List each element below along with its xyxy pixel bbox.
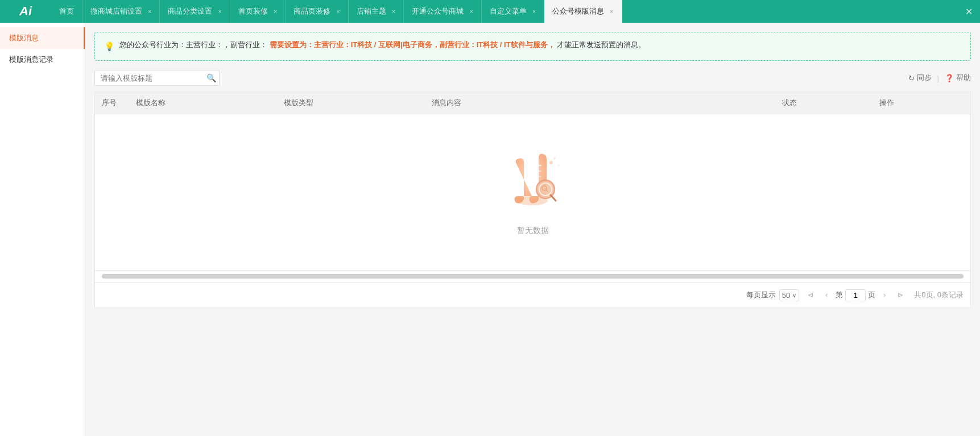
col-seq: 序号 (95, 92, 129, 114)
notice-banner: 💡 您的公众号行业为：主营行业：，副营行业： 需要设置为：主营行业：IT科技 /… (94, 32, 971, 61)
nav-tabs-container: 首页微商城店铺设置 ×商品分类设置 ×首页装修 ×商品页装修 ×店铺主题 ×开通… (51, 0, 957, 23)
sync-label: 同步 (917, 73, 932, 83)
search-input[interactable] (95, 71, 202, 85)
empty-text: 暂无数据 (517, 226, 549, 236)
dropdown-icon: ∨ (792, 292, 796, 298)
sync-button[interactable]: ↻ 同步 (908, 73, 932, 83)
col-action: 操作 (873, 92, 971, 114)
help-icon: ❓ (945, 74, 954, 82)
scrollbar-thumb[interactable] (102, 274, 964, 279)
table-body: 暂无数据 (95, 114, 971, 271)
notice-icon: 💡 (104, 40, 115, 53)
per-page-dropdown[interactable]: 50 ∨ (779, 289, 799, 301)
help-label: 帮助 (956, 73, 971, 83)
page-suffix: 页 (868, 290, 875, 300)
nav-tab-wechat-shop[interactable]: 微商城店铺设置 × (82, 0, 160, 23)
nav-tab-homepage-decor[interactable]: 首页装修 × (230, 0, 286, 23)
notice-suffix: 才能正常发送预置的消息。 (557, 40, 646, 49)
nav-tab-custom-menu[interactable]: 自定义菜单 × (482, 0, 544, 23)
pagination: 每页显示 50 ∨ ⊲ ‹ 第 页 › ⊳ 共0页, 0条记录 (94, 283, 971, 308)
col-type: 模版类型 (277, 92, 425, 114)
svg-line-8 (551, 195, 556, 201)
per-page-value: 50 (782, 291, 790, 300)
nav-tab-template-msg[interactable]: 公众号模版消息 × (544, 0, 622, 23)
main-layout: 模版消息模版消息记录 💡 您的公众号行业为：主营行业：，副营行业： 需要设置为：… (0, 23, 980, 436)
svg-point-13 (557, 165, 559, 167)
toolbar: 🔍 ↻ 同步 | ❓ 帮助 (94, 70, 971, 86)
table-empty-row: 暂无数据 (95, 114, 971, 271)
notice-prefix: 您的公众号行业为：主营行业：，副营行业： (119, 40, 267, 49)
logo-text: Ai (19, 4, 32, 19)
nav-tab-close-custom-menu[interactable]: × (532, 9, 536, 15)
last-page-button[interactable]: ⊳ (894, 288, 907, 302)
nav-tab-close-product-decor[interactable]: × (336, 9, 340, 15)
nav-tab-shop-theme[interactable]: 店铺主题 × (349, 0, 404, 23)
nav-tab-open-shop[interactable]: 开通公众号商城 × (404, 0, 481, 23)
nav-tab-close-template-msg[interactable]: × (610, 9, 613, 15)
total-info: 共0页, 0条记录 (914, 290, 964, 300)
col-name: 模版名称 (129, 92, 277, 114)
svg-point-12 (553, 157, 556, 160)
nav-tab-close-wechat-shop[interactable]: × (148, 9, 151, 15)
empty-state: 暂无数据 (95, 114, 970, 270)
prev-page-button[interactable]: ‹ (820, 288, 833, 302)
page-label: 第 (836, 290, 843, 300)
sync-icon: ↻ (908, 74, 915, 82)
toolbar-divider: | (937, 74, 939, 82)
nav-tab-close-product-category[interactable]: × (218, 9, 221, 15)
table-header: 序号模版名称模版类型消息内容状态操作 (95, 92, 971, 114)
search-button[interactable]: 🔍 (202, 70, 220, 85)
svg-point-11 (549, 161, 553, 164)
content-area: 💡 您的公众号行业为：主营行业：，副营行业： 需要设置为：主营行业：IT科技 /… (85, 23, 980, 436)
search-wrap: 🔍 (94, 70, 220, 86)
help-button[interactable]: ❓ 帮助 (945, 73, 971, 83)
horizontal-scrollbar[interactable] (94, 271, 971, 283)
notice-highlight: 需要设置为：主营行业：IT科技 / 互联网|电子商务，副营行业：IT科技 / I… (270, 40, 555, 49)
nav-tab-close-homepage-decor[interactable]: × (274, 9, 277, 15)
close-all-button[interactable]: ✕ (957, 0, 980, 23)
next-page-button[interactable]: › (878, 288, 891, 302)
nav-tab-close-open-shop[interactable]: × (469, 9, 473, 15)
sidebar-item-template-msg[interactable]: 模版消息 (0, 27, 85, 49)
app-logo: Ai (0, 0, 51, 23)
first-page-button[interactable]: ⊲ (804, 288, 817, 302)
top-navbar: Ai 首页微商城店铺设置 ×商品分类设置 ×首页装修 ×商品页装修 ×店铺主题 … (0, 0, 980, 23)
nav-tab-home[interactable]: 首页 (51, 0, 82, 23)
nav-tab-close-shop-theme[interactable]: × (392, 9, 395, 15)
page-size-select: 每页显示 50 ∨ (746, 289, 799, 301)
data-table: 序号模版名称模版类型消息内容状态操作 (94, 92, 971, 271)
sidebar-item-template-msg-record[interactable]: 模版消息记录 (0, 49, 85, 70)
per-page-label: 每页显示 (746, 290, 776, 300)
page-nav: ⊲ ‹ 第 页 › ⊳ 共0页, 0条记录 (804, 288, 964, 302)
notice-text: 您的公众号行业为：主营行业：，副营行业： 需要设置为：主营行业：IT科技 / 互… (119, 39, 646, 51)
toolbar-right: ↻ 同步 | ❓ 帮助 (908, 73, 971, 83)
page-input[interactable] (845, 289, 866, 301)
empty-illustration (499, 148, 567, 217)
col-status: 状态 (775, 92, 873, 114)
nav-tab-product-decor[interactable]: 商品页装修 × (286, 0, 348, 23)
col-content: 消息内容 (425, 92, 775, 114)
nav-tab-product-category[interactable]: 商品分类设置 × (160, 0, 230, 23)
sidebar: 模版消息模版消息记录 (0, 23, 85, 436)
